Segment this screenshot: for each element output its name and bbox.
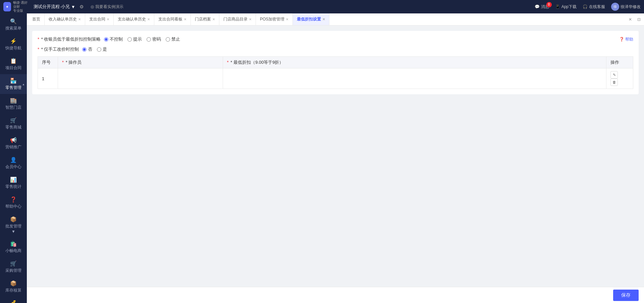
sidebar-item-retail[interactable]: 🏪 零售管理	[0, 74, 27, 94]
sidebar-item-shortcut[interactable]: ⚡ 快捷导航	[0, 35, 27, 54]
tab-close-pos-password[interactable]: ✕	[286, 17, 288, 21]
avatar: 徐	[611, 3, 619, 11]
cell-action: ✎ 🗑	[606, 68, 633, 89]
tab-pos-password[interactable]: POS加密管理 ✕	[256, 13, 293, 25]
online-service-button[interactable]: 🎧 在线客服	[583, 4, 605, 10]
user-profile-button[interactable]: 徐 徐泽华修改	[611, 3, 641, 11]
bottom-bar: 保存	[27, 287, 644, 303]
smart-store-icon: 🏬	[10, 97, 17, 104]
sidebar-item-inventory[interactable]: 📦 库存核算	[0, 277, 27, 297]
top-bar-right: 💬 消息 8 📱 App下载 🎧 在线客服 徐 徐泽华修改	[535, 3, 641, 11]
sidebar-item-ecommerce[interactable]: 🛍️ 小畅电商	[0, 237, 27, 257]
sidebar-item-smart-store[interactable]: 🏬 智慧门店	[0, 94, 27, 114]
tab-bar: 首页 收入确认单历史 ✕ 支出合同 ✕ 支出确认单历史 ✕ 支出合同看板 ✕ 门…	[27, 13, 644, 26]
member-icon: 👤	[10, 157, 17, 163]
tab-income-confirm[interactable]: 收入确认单历史 ✕	[45, 13, 85, 25]
sidebar-item-member[interactable]: 👤 会员中心	[0, 153, 27, 173]
batch-icon: 📦	[10, 216, 17, 222]
app-download-button[interactable]: 📱 App下载	[555, 4, 577, 10]
logo-icon: ✦	[3, 2, 11, 11]
cell-operator[interactable]	[58, 68, 223, 89]
retail-icon: 🏪	[10, 78, 17, 84]
tab-min-discount[interactable]: 最低折扣设置 ✕	[293, 13, 329, 25]
sidebar: 🔍 搜索菜单 ⚡ 快捷导航 📋 项目合同 🏪 零售管理 🏬 智慧门店 🛒 零售商…	[0, 13, 27, 303]
col-header-operator: * * 操作员	[58, 57, 223, 68]
save-button[interactable]: 保存	[613, 290, 639, 301]
download-icon: 📱	[555, 4, 560, 9]
tab-store-product[interactable]: 门店商品目录 ✕	[219, 13, 256, 25]
cell-seq: 1	[38, 68, 58, 89]
project-icon: 📋	[10, 58, 17, 64]
inventory-icon: 📦	[10, 280, 17, 287]
tab-bar-actions: ✕ ⊡	[627, 16, 643, 22]
tab-close-store-product[interactable]: ✕	[249, 17, 252, 21]
marketing-icon: 📢	[10, 137, 17, 143]
ecommerce-icon: 🛍️	[10, 241, 17, 247]
tab-payment-board[interactable]: 支出合同看板 ✕	[154, 13, 191, 25]
table-row: 1 ✎ 🗑	[38, 68, 633, 89]
settings-icon[interactable]: ⚙	[79, 4, 84, 9]
sidebar-item-project[interactable]: 📋 项目合同	[0, 54, 27, 74]
settings-card: * * 收银员低于最低折扣控制策略 不控制 提示	[32, 31, 639, 94]
cashier-policy-radio-group: 不控制 提示 密码 禁止	[104, 36, 180, 42]
tab-payment-contract[interactable]: 支出合同 ✕	[85, 13, 114, 25]
col-header-discount: * * 最低折扣（9.00等于9折）	[223, 57, 606, 68]
sidebar-item-finance[interactable]: 💰 资金管理	[0, 297, 27, 303]
sidebar-item-help[interactable]: ❓ 帮助中心	[0, 193, 27, 213]
tab-close-income-confirm[interactable]: ✕	[78, 17, 81, 21]
chevron-down-icon: ▼	[71, 4, 75, 9]
service-icon: 🎧	[583, 4, 588, 9]
radio-no-control[interactable]: 不控制	[104, 36, 123, 42]
help-icon: ❓	[10, 196, 17, 203]
cell-discount[interactable]	[223, 68, 606, 89]
col-header-seq: 序号	[38, 57, 58, 68]
radio-password[interactable]: 密码	[147, 36, 161, 42]
tab-close-payment-board[interactable]: ✕	[184, 17, 186, 21]
cashier-policy-label: * * 收银员低于最低折扣控制策略	[38, 36, 101, 42]
radio-yes[interactable]: 是	[97, 46, 107, 52]
page-content: * * 收银员低于最低折扣控制策略 不控制 提示	[27, 26, 644, 287]
radio-remind[interactable]: 提示	[127, 36, 142, 42]
tab-close-store-file[interactable]: ✕	[212, 17, 215, 21]
cashier-policy-row: * * 收银员低于最低折扣控制策略 不控制 提示	[38, 36, 633, 42]
content-area: 首页 收入确认单历史 ✕ 支出合同 ✕ 支出确认单历史 ✕ 支出合同看板 ✕ 门…	[27, 13, 644, 303]
finance-icon: 💰	[10, 300, 17, 303]
sidebar-item-search[interactable]: 🔍 搜索菜单	[0, 15, 27, 35]
search-icon: 🔍	[10, 18, 17, 24]
sidebar-item-batch[interactable]: 📦 批发管理	[0, 213, 27, 237]
main-layout: 🔍 搜索菜单 ⚡ 快捷导航 📋 项目合同 🏪 零售管理 🏬 智慧门店 🛒 零售商…	[0, 13, 644, 303]
demo-icon: ◎	[91, 4, 94, 9]
messages-button[interactable]: 💬 消息 8	[535, 4, 549, 10]
tab-close-payment-confirm[interactable]: ✕	[147, 17, 150, 21]
demo-link[interactable]: ◎ 我要看实例演示	[91, 4, 123, 10]
messages-badge: 8	[546, 2, 552, 7]
online-store-icon: 🛒	[10, 117, 17, 123]
help-link[interactable]: ❓ 帮助	[619, 37, 633, 42]
sidebar-item-purchase[interactable]: 🛒 采购管理	[0, 257, 27, 277]
tab-home[interactable]: 首页	[28, 13, 45, 25]
tab-store-file[interactable]: 门店档案 ✕	[191, 13, 219, 25]
tab-menu-button[interactable]: ⊡	[635, 16, 643, 22]
discount-table: 序号 * * 操作员 * * 最低折扣（9.00等于9折）	[38, 56, 633, 89]
sidebar-item-online-store[interactable]: 🛒 零售商城	[0, 114, 27, 134]
delete-row-button[interactable]: 🗑	[610, 79, 618, 86]
message-icon: 💬	[535, 4, 540, 9]
purchase-icon: 🛒	[10, 260, 17, 267]
sidebar-item-retail-stat[interactable]: 📊 零售统计	[0, 173, 27, 193]
tab-close-all-button[interactable]: ✕	[627, 16, 634, 22]
col-header-action: 操作	[606, 57, 633, 68]
top-bar: ✦ 畅捷·遇好业财 专业版 测试分开流程·小兄 ▼ ⚙ ◎ 我要看实例演示 💬 …	[0, 0, 644, 13]
tab-close-min-discount[interactable]: ✕	[322, 17, 325, 21]
radio-no[interactable]: 否	[82, 46, 92, 52]
logo: ✦ 畅捷·遇好业财 专业版	[3, 1, 30, 13]
manual-price-label: * * 仅手工改价时控制	[38, 46, 79, 52]
logo-text: 畅捷·遇好业财 专业版	[13, 1, 30, 13]
tab-payment-confirm[interactable]: 支出确认单历史 ✕	[114, 13, 154, 25]
radio-forbid[interactable]: 禁止	[166, 36, 180, 42]
edit-row-button[interactable]: ✎	[610, 71, 618, 79]
sidebar-item-marketing[interactable]: 📢 营销推广	[0, 134, 27, 153]
shortcut-icon: ⚡	[10, 38, 17, 44]
project-selector[interactable]: 测试分开流程·小兄 ▼ ⚙	[34, 4, 84, 10]
tab-close-payment-contract[interactable]: ✕	[107, 17, 109, 21]
retail-stat-icon: 📊	[10, 176, 17, 183]
